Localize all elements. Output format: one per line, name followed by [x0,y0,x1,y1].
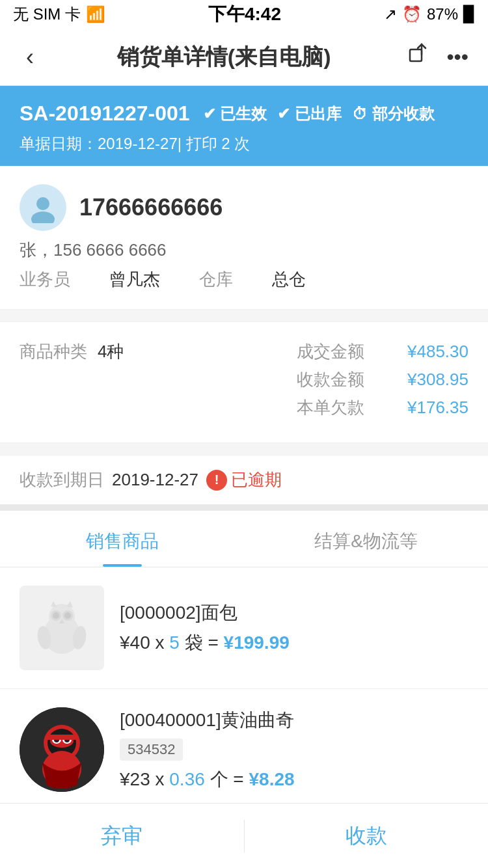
product-price-2: ¥23 [120,769,150,789]
order-id: SA-20191227-001 [20,102,190,126]
product-total-2: ¥8.28 [249,769,294,789]
product-list: [0000002]面包 ¥40 x 5 袋 = ¥199.99 [0,567,488,811]
amount-label-3: 本单欠款 [297,396,364,419]
svg-point-9 [64,612,71,619]
product-qty-2: 0.36 [169,769,205,789]
sales-value: 曾凡杰 [109,268,160,291]
collect-payment-button[interactable]: 收款 [245,809,489,863]
customer-row: 17666666666 [20,184,468,231]
summary-left: 商品种类 4种 [20,340,124,363]
summary-section: 商品种类 4种 成交金额 ¥485.30 收款金额 ¥308.95 本单欠款 ¥… [0,321,488,443]
status-time: 下午4:42 [208,2,281,27]
svg-rect-0 [410,49,422,61]
status-left: 无 SIM 卡 📶 [13,4,105,25]
battery-text: 87% [427,5,458,23]
status-right: ↗ ⏰ 87% ▉ [384,5,475,23]
svg-point-3 [31,211,55,223]
share-button[interactable] [407,43,431,72]
wifi-icon: 📶 [86,5,105,23]
product-item-1: [0000002]面包 ¥40 x 5 袋 = ¥199.99 [0,567,488,689]
product-image-1 [20,586,104,670]
item-count: 商品种类 4种 [20,340,124,363]
order-id-row: SA-20191227-001 ✔ 已生效 ✔ 已出库 ⏱ 部分收款 [20,102,468,126]
product-name-2: [000400001]黄油曲奇 [120,708,468,733]
cancel-review-button[interactable]: 弃审 [0,809,244,863]
due-date-value: 2019-12-27 [112,470,198,490]
product-equals-1: = [208,632,223,653]
product-item-2: [000400001]黄油曲奇 534532 ¥23 x 0.36 个 = ¥8… [0,689,488,811]
product-multiply-1: x [156,632,170,653]
product-details-1: [0000002]面包 ¥40 x 5 袋 = ¥199.99 [120,601,468,655]
back-button[interactable]: ‹ [20,37,40,77]
customer-section: 17666666666 张，156 6666 6666 业务员 曾凡杰 仓库 总… [0,166,488,310]
warehouse-label: 仓库 [199,268,233,291]
product-price-row-1: ¥40 x 5 袋 = ¥199.99 [120,631,468,655]
product-name-1: [0000002]面包 [120,601,468,625]
badge-shipped: ✔ 已出库 [277,103,342,124]
svg-point-2 [36,197,49,210]
header-badges: ✔ 已生效 ✔ 已出库 ⏱ 部分收款 [203,103,435,124]
summary-right: 成交金额 ¥485.30 收款金额 ¥308.95 本单欠款 ¥176.35 [297,340,468,424]
overdue-text: 已逾期 [231,468,282,491]
amount-value-2: ¥308.95 [384,370,468,390]
amount-label-1: 成交金额 [297,340,364,363]
header-date: 单据日期：2019-12-27| 打印 2 次 [20,133,468,154]
amount-row-3: 本单欠款 ¥176.35 [297,396,468,419]
tab-settlement[interactable]: 结算&物流等 [244,511,488,567]
carrier-text: 无 SIM 卡 [13,4,81,25]
amount-row-2: 收款金额 ¥308.95 [297,368,468,391]
due-section: 收款到期日 2019-12-27 ! 已逾期 [0,455,488,511]
status-bar: 无 SIM 卡 📶 下午4:42 ↗ ⏰ 87% ▉ [0,0,488,29]
svg-marker-13 [51,601,57,608]
alarm-icon: ⏰ [402,5,422,23]
svg-rect-23 [46,735,78,740]
customer-name: 17666666666 [79,194,223,221]
badge-effective: ✔ 已生效 [203,103,267,124]
warehouse-value: 总仓 [272,268,306,291]
customer-info-row: 业务员 曾凡杰 仓库 总仓 [20,268,468,291]
amount-row-1: 成交金额 ¥485.30 [297,340,468,363]
avatar [20,184,66,231]
amount-value-1: ¥485.30 [384,342,468,362]
product-qty-1: 5 [169,632,180,653]
due-label: 收款到期日 [20,468,104,491]
tabs-section: 销售商品 结算&物流等 [0,511,488,567]
product-total-1: ¥199.99 [224,632,290,653]
badge-partial: ⏱ 部分收款 [352,103,435,124]
product-unit-1: 袋 [185,632,203,653]
location-icon: ↗ [384,5,397,23]
product-details-2: [000400001]黄油曲奇 534532 ¥23 x 0.36 个 = ¥8… [120,708,468,792]
product-image-2 [20,707,104,792]
header-banner: SA-20191227-001 ✔ 已生效 ✔ 已出库 ⏱ 部分收款 单据日期：… [0,86,488,166]
summary-row: 商品种类 4种 成交金额 ¥485.30 收款金额 ¥308.95 本单欠款 ¥… [20,340,468,424]
product-placeholder-1 [20,586,104,670]
amount-value-3: ¥176.35 [384,398,468,418]
more-button[interactable]: ••• [446,45,468,69]
nav-title: 销货单详情(来自电脑) [40,42,407,72]
product-price-1: ¥40 [120,632,150,653]
amount-label-2: 收款金额 [297,368,364,391]
customer-meta: 张，156 6666 6666 [20,239,468,262]
product-sku-2: 534532 [120,739,183,761]
product-equals-2: = [233,769,249,789]
product-multiply-2: x [156,769,170,789]
overdue-badge: ! 已逾期 [206,468,282,491]
tab-sales-goods[interactable]: 销售商品 [0,511,244,567]
bottom-bar: 弃审 收款 [0,803,488,868]
sales-label: 业务员 [20,268,70,291]
svg-point-8 [53,612,59,619]
overdue-icon: ! [206,470,227,491]
product-price-row-2: ¥23 x 0.36 个 = ¥8.28 [120,767,468,792]
nav-bar: ‹ 销货单详情(来自电脑) ••• [0,29,488,86]
product-unit-2: 个 [210,769,228,789]
battery-icon: ▉ [463,5,475,23]
nav-actions: ••• [407,43,468,72]
